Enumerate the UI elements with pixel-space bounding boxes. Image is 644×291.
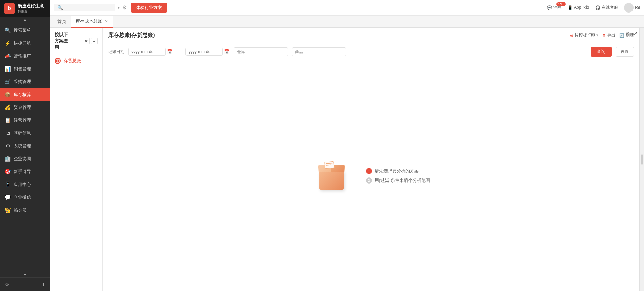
settings-btn[interactable]: 设置	[616, 47, 634, 57]
tab-close-icon[interactable]: ✕	[105, 19, 108, 24]
sidebar-item-shortcut[interactable]: ⚡ 快捷导航	[0, 37, 50, 50]
app-edition: 标准版	[18, 9, 44, 14]
warehouse-label: 仓库	[237, 49, 245, 55]
tab-inventory-cost[interactable]: 库存成本总账 ✕	[71, 16, 113, 28]
empty-state: 1 请先选择要分析的方案 2 用[过滤]条件来缩小分析范围	[103, 60, 639, 291]
online-service-btn[interactable]: 🎧 在线客服	[595, 5, 618, 10]
avatar	[624, 3, 634, 13]
nav-label-newguide: 新手引导	[14, 169, 31, 175]
nav-label-sales: 销售管理	[14, 66, 31, 72]
date-end-input[interactable]	[185, 48, 223, 56]
export-btn[interactable]: ⬆ 导出	[602, 32, 615, 38]
empty-illustration	[312, 155, 352, 196]
nav-label-basic: 基础信息	[14, 130, 31, 136]
sidebar-item-search[interactable]: 🔍 搜索菜单	[0, 24, 50, 37]
filter-scheme-item[interactable]: 存货总账	[50, 54, 102, 67]
logo-icon: b	[4, 3, 15, 14]
audio-icon[interactable]: ⏸	[40, 282, 45, 288]
sidebar-item-sales[interactable]: 📊 销售管理	[0, 63, 50, 75]
settings-icon[interactable]: ⚙	[5, 281, 9, 288]
nav-icon-shortcut: ⚡	[5, 40, 11, 46]
filter-bar: 记账日期 📅 — 📅 仓库 ··· 商品 ··· 查询	[103, 43, 639, 60]
filter-header: 按以下方案查询 + ✕ «	[50, 28, 102, 54]
logo-text: 畅捷通好生意 标准版	[18, 3, 44, 14]
topbar-search-box[interactable]: 🔍	[54, 4, 115, 11]
sidebar-item-marketing[interactable]: 📣 营销推广	[0, 50, 50, 63]
app-download-label: App下载	[574, 5, 589, 10]
goods-label: 商品	[295, 49, 303, 55]
nav-label-finance: 资金管理	[14, 104, 31, 111]
tab-home[interactable]: 首页	[53, 16, 71, 28]
cal-start-icon[interactable]: 📅	[167, 49, 173, 54]
warehouse-more-icon[interactable]: ···	[281, 49, 285, 54]
sidebar-item-inventory[interactable]: 📦 库存核算	[0, 88, 50, 101]
refresh-icon: 🔄	[619, 33, 624, 38]
sidebar-item-basic[interactable]: 🗂 基础信息	[0, 127, 50, 140]
date-start-input[interactable]	[128, 48, 166, 56]
app-download-btn[interactable]: 📱 App下载	[568, 5, 589, 10]
sidebar-item-member[interactable]: 👑 畅会员	[0, 204, 50, 217]
cal-end-icon[interactable]: 📅	[224, 49, 230, 54]
warehouse-field[interactable]: 仓库 ···	[234, 47, 288, 56]
main-content: 库存总账(存货总账) 🖨 按模板打印 ▾ ⬆ 导出 🔄 刷新	[103, 28, 639, 291]
print-icon: 🖨	[569, 33, 573, 38]
query-btn[interactable]: 查询	[591, 47, 612, 57]
sidebar-footer: ⚙ ⏸	[0, 277, 50, 291]
nav-icon-sales: 📊	[5, 66, 11, 72]
empty-state-inner: 1 请先选择要分析的方案 2 用[过滤]条件来缩小分析范围	[312, 155, 430, 196]
nav-icon-finance: 💰	[5, 104, 11, 111]
sidebar: b 畅捷通好生意 标准版 ▲ 🔍 搜索菜单 ⚡ 快捷导航 📣 营销推广 📊 销售…	[0, 0, 50, 291]
scroll-up-btn[interactable]: ▲	[0, 17, 50, 22]
right-panel[interactable]	[639, 28, 644, 291]
scheme-item-icon	[55, 58, 61, 64]
industry-btn[interactable]: 体验行业方案	[131, 3, 167, 13]
filter-add-btn[interactable]: +	[75, 38, 81, 44]
nav-label-appcenter: 应用中心	[14, 181, 31, 188]
app-name: 畅捷通好生意	[18, 3, 44, 9]
goods-field[interactable]: 商品 ···	[292, 47, 346, 56]
print-btn[interactable]: 🖨 按模板打印 ▾	[569, 32, 598, 38]
sidebar-item-purchase[interactable]: 🛒 采购管理	[0, 75, 50, 88]
sidebar-item-finance[interactable]: 💰 资金管理	[0, 101, 50, 114]
message-btn[interactable]: 💬 消息 99+	[547, 5, 562, 10]
nav-label-marketing: 营销推广	[14, 53, 31, 59]
sidebar-item-enterprise[interactable]: 🏢 企业协同	[0, 152, 50, 165]
home-tab-label: 首页	[57, 19, 66, 25]
empty-tip-2: 2 用[过滤]条件来缩小分析范围	[366, 177, 430, 184]
print-label: 按模板打印	[575, 32, 595, 38]
empty-tip-1: 1 请先选择要分析的方案	[366, 168, 430, 174]
scroll-down-btn[interactable]: ▼	[0, 272, 50, 277]
filter-del-btn[interactable]: ✕	[83, 38, 90, 44]
tip-text-1: 请先选择要分析的方案	[375, 168, 419, 174]
sidebar-item-weixin[interactable]: 💬 企业微信	[0, 191, 50, 204]
filter-collapse-btn[interactable]: «	[91, 38, 98, 44]
export-label: 导出	[607, 32, 615, 38]
date-start-field: 📅	[128, 48, 173, 56]
sidebar-item-system[interactable]: ⚙ 系统管理	[0, 140, 50, 152]
close-panel-btn[interactable]: ✕	[626, 30, 630, 37]
nav-label-enterprise: 企业协同	[14, 156, 31, 162]
tip-num-1: 1	[366, 168, 372, 174]
nav-label-purchase: 采购管理	[14, 79, 31, 85]
search-chevron-icon[interactable]: ▾	[118, 5, 120, 10]
user-area[interactable]: Rit	[624, 3, 640, 13]
topbar-right: 💬 消息 99+ 📱 App下载 🎧 在线客服 Rit	[547, 3, 640, 13]
nav-icon-member: 👑	[5, 207, 11, 213]
page-header-actions: 🖨 按模板打印 ▾ ⬆ 导出 🔄 刷新	[569, 32, 634, 38]
sidebar-item-newguide[interactable]: 🎯 新手引导	[0, 165, 50, 178]
search-input[interactable]	[64, 5, 112, 10]
tab-inventory-cost-label: 库存成本总账	[76, 18, 102, 24]
expand-panel-btn[interactable]: ⤢	[633, 30, 637, 37]
nav-icon-operation: 📋	[5, 117, 11, 123]
nav-icon-purchase: 🛒	[5, 79, 11, 85]
nav-label-operation: 经营管理	[14, 117, 31, 123]
app-logo: b 畅捷通好生意 标准版	[0, 0, 50, 17]
tip-num-2: 2	[366, 177, 372, 184]
topbar-gear-icon[interactable]: ⚙	[122, 4, 127, 11]
goods-more-icon[interactable]: ···	[339, 49, 343, 54]
print-chevron-icon: ▾	[596, 33, 598, 38]
message-badge: 99+	[556, 2, 566, 6]
sidebar-item-appcenter[interactable]: 📱 应用中心	[0, 178, 50, 191]
panel-controls: ✕ ⤢	[626, 30, 637, 37]
sidebar-item-operation[interactable]: 📋 经营管理	[0, 114, 50, 127]
